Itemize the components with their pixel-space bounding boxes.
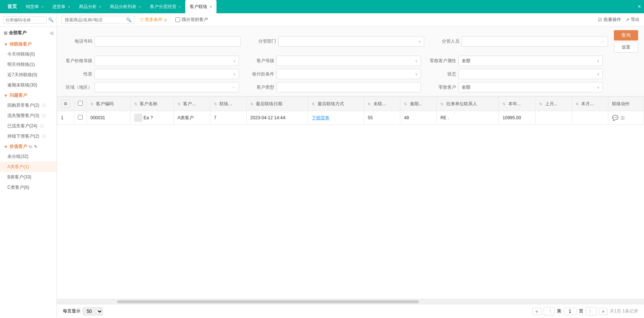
section-problem-customers[interactable]: ▼ 问题客户	[0, 90, 57, 100]
status-select[interactable]: ∨	[458, 69, 603, 79]
sidebar-item-churned[interactable]: 已流失客户(24) ⓘ	[0, 121, 57, 131]
th-last-method: ⇅ 最后联络方式	[308, 97, 364, 111]
cell-this-year: 10995.00	[499, 111, 536, 125]
main-layout: 🔍 ⊞ 全部客户 ◁ ▼ 待联络客户 今天待联络(0) 明天待联络(1) 近7天…	[0, 13, 644, 318]
horizontal-scrollbar[interactable]	[57, 299, 644, 304]
cell-contact-person: RE .	[437, 111, 499, 125]
col-sort-icon: ⇅	[90, 102, 93, 106]
sidebar-header-label: 全部客户	[9, 30, 26, 36]
scroll-thumb[interactable]	[117, 300, 419, 303]
my-customer-checkbox-area: 我分管的客户	[175, 17, 208, 23]
filter-search-icon[interactable]: 🔍	[126, 17, 132, 22]
phone-input[interactable]	[94, 36, 241, 47]
column-settings-button[interactable]: ⚙	[61, 100, 70, 108]
payment-select[interactable]: ∨	[276, 69, 421, 79]
section-arrow-icon2: ▼	[4, 93, 8, 98]
table-container: ⚙ ⇅ 客户编码 ⇅ 客户名称	[57, 96, 644, 299]
sidebar-item-ungrouped[interactable]: 未分组(32)	[0, 151, 57, 162]
last-contact-link[interactable]: 下销货单	[312, 115, 329, 120]
refresh-icon[interactable]: ↻	[29, 144, 32, 149]
price-level-select[interactable]: ∨	[94, 56, 239, 66]
sidebar-item-declining[interactable]: 持续下滑客户(2) ⓘ	[0, 131, 57, 141]
sidebar-collapse-icon[interactable]: ◁	[50, 31, 53, 36]
content-area: 🔍 ▽ 更多条件 ∨ 我分管的客户 ☑ 批量操作 ↗ 导出	[57, 13, 644, 318]
col-sort-icon6: ⇅	[312, 102, 315, 106]
sidebar-item-repurchase-abnormal[interactable]: 回购异常客户(2) ⓘ	[0, 100, 57, 110]
dept-select[interactable]: ∨	[278, 36, 425, 47]
more-filters-button[interactable]: ▽ 更多条件 ∨	[138, 15, 169, 24]
sidebar-search-area: 🔍	[0, 13, 57, 27]
pagination-bar: 每页显示 50 100 200 « 〈 第 页 〉 » 共1页 1条记录	[57, 304, 644, 318]
sidebar-item-week-contact[interactable]: 近7天待联络(0)	[0, 70, 57, 80]
customer-level-select[interactable]: ∨	[276, 56, 421, 66]
nature-chevron-icon: ∨	[233, 72, 236, 76]
nav-purchase[interactable]: 进货单 ×	[48, 0, 74, 13]
manager-input[interactable]: ···	[462, 36, 608, 47]
info-icon-churn: ⓘ	[42, 114, 46, 118]
query-button[interactable]: 查询	[614, 30, 638, 40]
export-button[interactable]: ↗ 导出	[626, 17, 640, 23]
sidebar-item-a-class[interactable]: A类客户(1)	[0, 162, 57, 172]
settings-button[interactable]: 设置	[614, 42, 638, 53]
manager-dots-icon: ···	[601, 39, 605, 44]
sidebar-item-churn-warning[interactable]: 流失预警客户(3) ⓘ	[0, 110, 57, 121]
close-all-button[interactable]: ×	[638, 3, 641, 10]
nav-home[interactable]: 首页	[3, 0, 21, 13]
last-page-button[interactable]: »	[599, 308, 608, 315]
prev-page-button[interactable]: 〈	[544, 307, 555, 315]
select-all-checkbox[interactable]	[78, 101, 83, 106]
nav-analysis-list[interactable]: 商品分析列表 ×	[105, 0, 145, 13]
sidebar-item-b-class[interactable]: B类客户(33)	[0, 172, 57, 182]
close-customer-tier-icon[interactable]: ×	[179, 4, 181, 9]
close-analysis-list-icon[interactable]: ×	[139, 4, 141, 9]
nature-select[interactable]: ∨	[94, 69, 239, 79]
retail-customer-select[interactable]: 全部 ∨	[458, 82, 603, 92]
retail-attr-label: 零散客户属性	[427, 58, 456, 64]
close-customer-contact-icon[interactable]: ×	[210, 4, 212, 9]
qr-icon[interactable]: ⊞	[620, 115, 625, 121]
section-arrow-icon: ▼	[4, 42, 8, 47]
nature-label: 性质	[63, 71, 92, 77]
nav-sales[interactable]: 销货单 ×	[21, 0, 48, 13]
col-sort-icon12: ⇅	[576, 102, 579, 106]
section-pending-contact[interactable]: ▼ 待联络客户	[0, 39, 57, 49]
page-navigation: « 〈 第 页 〉 » 共1页 1条记录	[532, 307, 638, 315]
first-page-button[interactable]: «	[532, 308, 541, 315]
sidebar-item-today-contact[interactable]: 今天待联络(0)	[0, 49, 57, 59]
chat-icon[interactable]: 💬	[612, 115, 618, 121]
filter-cell-payment: 收付款条件 ∨	[245, 69, 421, 79]
close-sales-icon[interactable]: ×	[41, 4, 43, 9]
customer-type-input[interactable]	[276, 82, 421, 92]
close-purchase-icon[interactable]: ×	[68, 4, 70, 9]
filter-search-input[interactable]	[65, 17, 125, 22]
filter-cell-dept: 分管部门 ∨	[247, 36, 425, 47]
sidebar-all-customers[interactable]: ⊞ 全部客户 ◁	[0, 27, 57, 39]
sidebar-item-tomorrow-contact[interactable]: 明天待联络(1)	[0, 59, 57, 70]
nav-customer-contact[interactable]: 客户联络 ×	[185, 0, 216, 13]
sidebar-item-c-class[interactable]: C类客户(6)	[0, 182, 57, 192]
cell-overdue: 48	[400, 111, 437, 125]
sidebar-search-input[interactable]	[3, 16, 47, 24]
nav-analysis[interactable]: 商品分析 ×	[75, 0, 105, 13]
payment-label: 收付款条件	[245, 71, 274, 77]
filter-row-1: 电话号码 分管部门 ∨ 分管人员 ···	[63, 30, 638, 53]
customer-avatar	[134, 114, 142, 122]
next-page-button[interactable]: 〉	[586, 307, 597, 315]
edit-icon[interactable]: ✎	[34, 144, 37, 149]
col-sort-icon4: ⇅	[214, 102, 217, 106]
th-contact-person: ⇅ 往来单位联系人	[437, 97, 499, 111]
sidebar-search-icon[interactable]: 🔍	[48, 17, 54, 22]
my-customer-checkbox[interactable]	[175, 17, 180, 22]
region-input[interactable]: ···	[94, 82, 239, 92]
batch-operation-button[interactable]: ☑ 批量操作	[598, 17, 621, 23]
page-number-input[interactable]	[564, 308, 577, 315]
close-analysis-icon[interactable]: ×	[99, 4, 101, 9]
page-size-select[interactable]: 50 100 200	[83, 307, 103, 315]
section-value-customers[interactable]: ▼ 价值客户 ↻ ✎	[0, 141, 57, 151]
customer-level-label: 客户等级	[245, 58, 274, 64]
row-checkbox[interactable]	[78, 115, 83, 120]
nav-customer-tier[interactable]: 客户分层经营 ×	[146, 0, 185, 13]
table-header: ⚙ ⇅ 客户编码 ⇅ 客户名称	[57, 97, 644, 111]
retail-attr-select[interactable]: 全部 ∨	[458, 56, 603, 66]
sidebar-item-overdue-contact[interactable]: 逾期未联络(30)	[0, 80, 57, 90]
